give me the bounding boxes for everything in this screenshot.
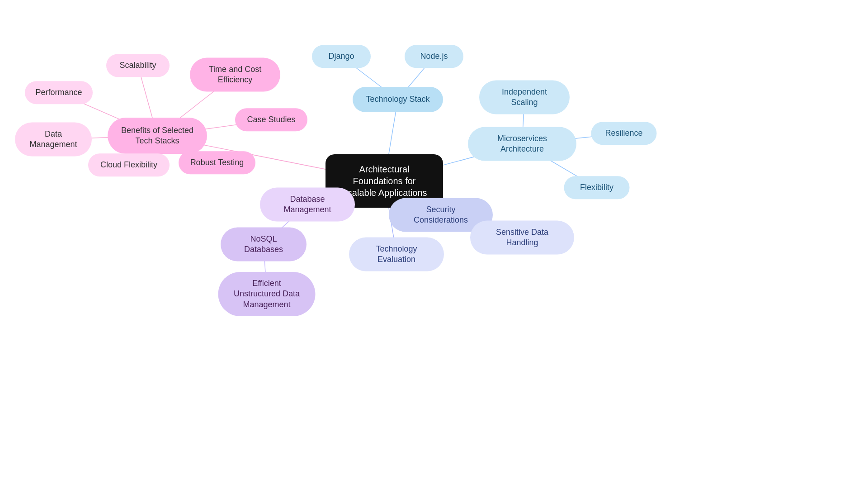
node-microservices[interactable]: Microservices Architecture bbox=[468, 127, 576, 161]
node-cloud-flexibility[interactable]: Cloud Flexibility bbox=[88, 153, 170, 176]
node-nosql[interactable]: NoSQL Databases bbox=[221, 228, 307, 262]
node-sensitive-data[interactable]: Sensitive Data Handling bbox=[470, 221, 574, 255]
node-flexibility[interactable]: Flexibility bbox=[564, 176, 630, 199]
node-case-studies[interactable]: Case Studies bbox=[235, 108, 307, 131]
node-django[interactable]: Django bbox=[312, 45, 371, 68]
node-benefits[interactable]: Benefits of Selected Tech Stacks bbox=[108, 118, 207, 154]
node-db-management[interactable]: Database Management bbox=[260, 188, 355, 222]
node-nodejs[interactable]: Node.js bbox=[405, 45, 463, 68]
node-robust-testing[interactable]: Robust Testing bbox=[179, 151, 255, 174]
node-independent-scaling[interactable]: Independent Scaling bbox=[479, 81, 570, 114]
node-tech-eval[interactable]: Technology Evaluation bbox=[349, 238, 444, 271]
node-data-management[interactable]: Data Management bbox=[15, 123, 92, 157]
node-resilience[interactable]: Resilience bbox=[591, 122, 657, 145]
node-scalability[interactable]: Scalability bbox=[106, 54, 170, 77]
node-time-cost[interactable]: Time and Cost Efficiency bbox=[190, 58, 280, 92]
node-efficient-data[interactable]: Efficient Unstructured Data Management bbox=[218, 272, 316, 316]
node-tech-stack[interactable]: Technology Stack bbox=[353, 87, 443, 112]
node-performance[interactable]: Performance bbox=[25, 81, 93, 104]
mind-map: Architectural Foundations for Scalable A… bbox=[0, 0, 868, 490]
